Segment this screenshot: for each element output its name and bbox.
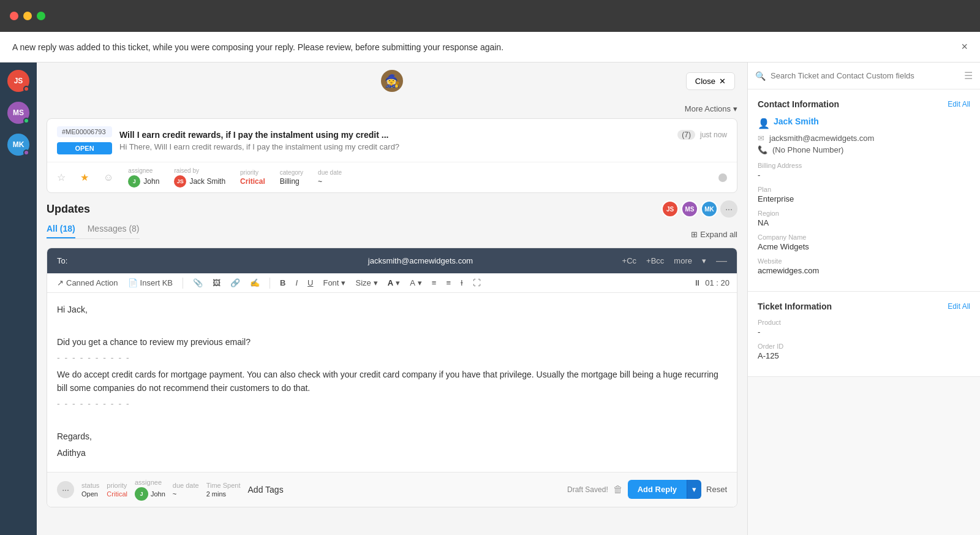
expand-all-label: Expand all (700, 230, 737, 239)
insert-kb-button[interactable]: 📄 Insert KB (126, 277, 175, 289)
maximize-window-button[interactable] (37, 12, 45, 20)
bold-button[interactable]: B (277, 277, 288, 289)
submit-section: Add Reply ▾ (628, 480, 701, 499)
ticket-info-title: Ticket Information (758, 302, 832, 311)
size-button[interactable]: Size ▾ (353, 277, 380, 289)
assignee-avatar: J (128, 175, 140, 188)
ticket-time: just now (700, 131, 727, 139)
compose-bottom-bar: ··· status Open priority Critical assign… (47, 472, 737, 507)
company-field: Company Name Acme Widgets (758, 233, 970, 251)
product-field: Product - (758, 319, 970, 336)
unordered-list-button[interactable]: ≡ (429, 277, 439, 289)
bold-label: B (280, 278, 285, 287)
more-chevron-icon: ▾ (702, 256, 706, 265)
canned-action-button[interactable]: ↗ Canned Action (55, 277, 121, 289)
italic-button[interactable]: I (293, 277, 300, 289)
signature-button[interactable]: ✍ (247, 277, 262, 289)
close-window-button[interactable] (10, 12, 18, 20)
ordered-list-button[interactable]: ≡ (443, 277, 453, 289)
user-status-dot (23, 86, 29, 92)
bottom-priority: priority Critical (107, 482, 127, 498)
tab-all[interactable]: All (18) (47, 224, 75, 238)
region-label: Region (758, 210, 970, 217)
minimize-compose-button[interactable]: — (716, 254, 727, 267)
meta-category: category Billing (280, 169, 303, 186)
delete-draft-button[interactable]: 🗑 (613, 484, 623, 495)
compose-timer: ⏸ 01 : 20 (693, 278, 729, 287)
custom-fields-search-input[interactable] (771, 71, 959, 80)
status-indicator (718, 173, 727, 182)
ticket-info-header: Ticket Information Edit All (758, 302, 970, 311)
order-id-label: Order ID (758, 343, 970, 350)
status-menu-button[interactable]: ··· (57, 481, 74, 498)
contact-name-link[interactable]: Jack Smith (774, 116, 819, 126)
underline-label: U (307, 278, 313, 287)
signature-icon: ✍ (250, 278, 260, 287)
tab-messages[interactable]: Messages (8) (88, 224, 140, 238)
more-button[interactable]: more (674, 256, 692, 265)
close-icon: ✕ (719, 77, 726, 86)
strikethrough-button[interactable]: I (458, 277, 466, 289)
billing-address-field: Billing Address - (758, 162, 970, 180)
font-button[interactable]: Font ▾ (320, 277, 348, 289)
font-chevron-icon: ▾ (341, 278, 345, 287)
product-label: Product (758, 319, 970, 326)
compose-toolbar: ↗ Canned Action 📄 Insert KB 📎 🖼 (47, 273, 737, 293)
attachment-button[interactable]: 📎 (190, 277, 205, 289)
update-avatars-more[interactable]: ··· (720, 200, 737, 218)
close-ticket-button[interactable]: Close ✕ (686, 72, 735, 90)
expand-all-button[interactable]: ⊞ Expand all (691, 230, 737, 239)
sidebar-user-js[interactable]: JS (7, 70, 29, 92)
bcc-button[interactable]: +Bcc (646, 256, 664, 265)
add-reply-button[interactable]: Add Reply (628, 480, 687, 499)
more-actions-button[interactable]: More Actions ▾ (685, 104, 737, 113)
star-filled-icon[interactable]: ★ (80, 172, 89, 183)
body-line-4: We do accept credit cards for mortgage p… (57, 368, 727, 395)
meta-raised-by: raised by JS Jack Smith (174, 167, 225, 188)
cc-button[interactable]: +Cc (622, 256, 636, 265)
assignee-label: assignee (128, 167, 159, 174)
ticket-edit-all-button[interactable]: Edit All (948, 302, 970, 311)
highlight-button[interactable]: A ▾ (407, 277, 424, 289)
right-panel: 🔍 ☰ Contact Information Edit All 👤 Jack … (747, 63, 980, 535)
size-chevron-icon: ▾ (374, 278, 378, 287)
sidebar-user-mk[interactable]: MK (7, 134, 29, 156)
notification-close-button[interactable]: × (961, 40, 968, 53)
font-color-button[interactable]: A ▾ (385, 277, 402, 289)
raised-by-avatar: JS (174, 175, 186, 188)
product-value: - (758, 327, 970, 336)
company-label: Company Name (758, 233, 970, 241)
italic-label: I (295, 278, 298, 287)
compose-body[interactable]: Hi Jack, Did you get a chance to review … (47, 293, 737, 472)
meta-assignee: assignee J John (128, 167, 159, 188)
update-avatar-3: MK (701, 200, 718, 218)
contact-info-section: Contact Information Edit All 👤 Jack Smit… (748, 89, 980, 292)
toolbar-separator (183, 278, 183, 289)
email-icon: ✉ (758, 134, 764, 143)
strikethrough-icon: I (461, 278, 463, 287)
bottom-priority-value: Critical (107, 490, 127, 498)
add-tags-button[interactable]: Add Tags (248, 485, 284, 495)
minimize-window-button[interactable] (23, 12, 32, 20)
more-actions-label: More Actions (685, 104, 731, 113)
bottom-assignee-avatar: J (135, 487, 148, 501)
emoji-icon[interactable]: ☺ (104, 172, 113, 183)
underline-button[interactable]: U (305, 277, 315, 289)
bottom-due-date: due date ~ (173, 482, 199, 498)
list-view-icon[interactable]: ☰ (964, 70, 973, 82)
image-button[interactable]: 🖼 (210, 277, 223, 289)
star-icon[interactable]: ☆ (57, 172, 66, 183)
add-reply-dropdown-button[interactable]: ▾ (687, 480, 701, 499)
reset-button[interactable]: Reset (706, 485, 727, 494)
sidebar-user-ms[interactable]: MS (7, 102, 29, 124)
to-label: To: (57, 256, 67, 265)
contact-edit-all-button[interactable]: Edit All (948, 100, 970, 108)
fullscreen-button[interactable]: ⛶ (470, 277, 483, 289)
reply-compose: To: jacksmith@acmewidgets.com +Cc +Bcc m… (47, 248, 737, 507)
timer-pause-icon[interactable]: ⏸ (693, 278, 701, 287)
link-button[interactable]: 🔗 (228, 277, 243, 289)
bottom-status-value: Open (81, 490, 99, 498)
contact-info-title: Contact Information (758, 99, 839, 109)
body-line-2 (57, 319, 727, 332)
canned-action-label: Canned Action (66, 278, 118, 287)
